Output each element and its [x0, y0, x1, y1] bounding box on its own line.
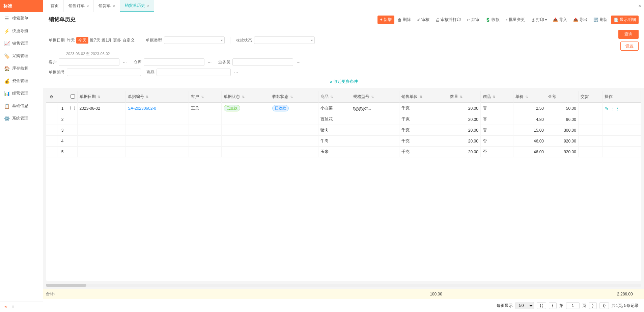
col-check[interactable]: [68, 91, 77, 103]
col-qty[interactable]: 数量 ⇅: [448, 91, 480, 103]
staff-input[interactable]: [232, 58, 293, 66]
quick-nav-icon: ⚡: [4, 28, 9, 34]
date-1month[interactable]: 近1月: [102, 37, 112, 43]
sidebar-item-search-menu[interactable]: ☰ 搜索菜单: [0, 12, 43, 25]
pagination-summary: 共1页, 5条记录: [612, 303, 639, 309]
date-more[interactable]: 更多: [113, 37, 121, 43]
order-no-link[interactable]: SA-20230602-0: [128, 106, 156, 111]
goods-input[interactable]: [157, 69, 231, 76]
horizontal-scrollbar[interactable]: [46, 284, 641, 287]
col-pay-status[interactable]: 收款状态 ⇅: [270, 91, 318, 103]
sidebar-item-ops-mgmt[interactable]: 📊 经营管理: [0, 87, 43, 100]
batch-change-button[interactable]: ↕ 批量变更: [503, 16, 528, 24]
date-7days[interactable]: 近7天: [90, 37, 100, 43]
col-spec[interactable]: 规格型号 ⇅: [351, 91, 399, 103]
new-button[interactable]: + 新增: [377, 16, 394, 24]
sidebar-item-label: 系统管理: [12, 115, 28, 121]
tab-sales-history[interactable]: 销货单历史 ×: [120, 0, 154, 12]
col-goods[interactable]: 商品 ⇅: [318, 91, 351, 103]
action-icons: ✎⋮⋮: [605, 106, 639, 111]
collect-button[interactable]: 💲 收款: [483, 16, 502, 24]
pay-status-label: 收款状态: [236, 37, 252, 43]
warehouse-input[interactable]: [144, 58, 204, 66]
order-num-input[interactable]: [67, 69, 141, 76]
export-button[interactable]: 📤 导出: [570, 16, 590, 24]
abandon-button[interactable]: ↩ 弃审: [464, 16, 482, 24]
sales-mgmt-icon: 📈: [4, 41, 9, 46]
row-goods: 玉米: [318, 147, 351, 157]
delete-button[interactable]: 🗑 删除: [395, 16, 414, 24]
customer-input[interactable]: [59, 58, 119, 66]
warehouse-ellipsis[interactable]: ···: [206, 59, 213, 65]
order-status-badge: 已生效: [224, 105, 240, 111]
col-unit[interactable]: 销售单位 ⇅: [399, 91, 448, 103]
col-gear[interactable]: ⚙: [46, 91, 57, 103]
sidebar-item-quick-nav[interactable]: ⚡ 快捷导航: [0, 25, 43, 37]
sidebar-item-basic-info[interactable]: 📋 基础信息: [0, 100, 43, 112]
row-unit: 千克: [399, 147, 448, 157]
refresh-button[interactable]: 🔄 刷新: [591, 16, 610, 24]
audit-print-icon: 🖨: [436, 18, 440, 22]
sidebar-item-sales-mgmt[interactable]: 📈 销售管理: [0, 37, 43, 50]
col-gift[interactable]: 赠品 ⇅: [480, 91, 513, 103]
print-button[interactable]: 🖨 打印 ▾: [528, 16, 550, 24]
next-page-button[interactable]: ⟩: [589, 302, 597, 309]
staff-ellipsis[interactable]: ···: [295, 59, 302, 65]
refresh-icon: 🔄: [593, 18, 598, 22]
customer-ellipsis[interactable]: ···: [121, 59, 128, 65]
row-exchange: [578, 103, 602, 114]
col-date[interactable]: 单据日期 ⇅: [77, 91, 125, 103]
sidebar-item-sys-mgmt[interactable]: ⚙️ 系统管理: [0, 112, 43, 125]
row-gift: 否: [480, 125, 513, 136]
tab-sales-order[interactable]: 销售订单 ×: [64, 0, 94, 12]
date-today[interactable]: 今天: [76, 37, 88, 44]
row-num: 1: [57, 103, 68, 114]
last-page-button[interactable]: ⟩⟩: [599, 302, 609, 309]
sidebar-item-purchase-mgmt[interactable]: 🏷️ 采购管理: [0, 50, 43, 62]
col-order-status[interactable]: 单据状态 ⇅: [222, 91, 270, 103]
scrollbar-thumb[interactable]: [46, 284, 86, 287]
type-select[interactable]: [164, 36, 225, 44]
show-detail-button[interactable]: 📑 显示明细: [611, 16, 639, 24]
close-sales-goods-tab[interactable]: ×: [113, 4, 115, 8]
set-button[interactable]: 设置: [620, 42, 639, 51]
col-price[interactable]: 单价 ⇅: [513, 91, 546, 103]
date-yesterday[interactable]: 昨天: [67, 37, 75, 43]
collect-icon: 💲: [485, 18, 491, 22]
pay-status-select[interactable]: [254, 36, 315, 44]
tab-home[interactable]: 首页: [46, 0, 64, 12]
row-check-col: [68, 103, 77, 114]
audit-button[interactable]: ✔ 审核: [414, 16, 432, 24]
row-qty: 20.00: [448, 125, 480, 136]
page-number-input[interactable]: [566, 302, 580, 309]
col-customer[interactable]: 客户 ⇅: [189, 91, 222, 103]
sidebar-item-label: 资金管理: [12, 78, 28, 84]
col-order-no[interactable]: 单据编号 ⇅: [125, 91, 189, 103]
select-all-checkbox[interactable]: [71, 94, 75, 99]
row-exchange: [578, 114, 602, 125]
row-checkbox[interactable]: [71, 106, 75, 110]
table-row: 1 2023-06-02 SA-20230602-0 王总 已生效 已收款 小白…: [46, 103, 641, 114]
prev-page-button[interactable]: ⟨: [549, 302, 557, 309]
close-sales-history-tab[interactable]: ×: [147, 4, 149, 8]
sidebar-bottom-icon2[interactable]: ⏸: [10, 305, 15, 309]
close-sales-order-tab[interactable]: ×: [87, 4, 89, 8]
sidebar-item-inventory-calc[interactable]: 🏠 库存核算: [0, 62, 43, 75]
collapse-button[interactable]: ∧ 收起更多条件: [49, 79, 639, 84]
sidebar-item-fund-mgmt[interactable]: 💰 资金管理: [0, 75, 43, 87]
close-all-tabs[interactable]: ×: [638, 3, 641, 9]
tab-sales-goods[interactable]: 销货单 ×: [94, 0, 120, 12]
audit-print-button[interactable]: 🖨 审核并打印: [433, 16, 464, 24]
goods-ellipsis[interactable]: ···: [233, 70, 240, 75]
more-action-icon[interactable]: ⋮⋮: [611, 106, 620, 111]
date-custom[interactable]: 自定义: [122, 37, 135, 43]
footer-label: 合计:: [46, 291, 55, 297]
query-button[interactable]: 查询: [618, 30, 639, 39]
import-button[interactable]: 📥 导入: [550, 16, 570, 24]
first-page-button[interactable]: ⟨⟨: [537, 302, 546, 309]
edit-icon[interactable]: ✎: [605, 106, 609, 111]
staff-filter-group: 业务员 ···: [218, 58, 302, 66]
filter-row-2: 客户 ··· 仓库 ··· 业务员 ···: [49, 58, 639, 66]
page-size-select[interactable]: 50 20 100 200: [515, 302, 534, 309]
sidebar-bottom-icon1[interactable]: ☀: [4, 305, 8, 309]
